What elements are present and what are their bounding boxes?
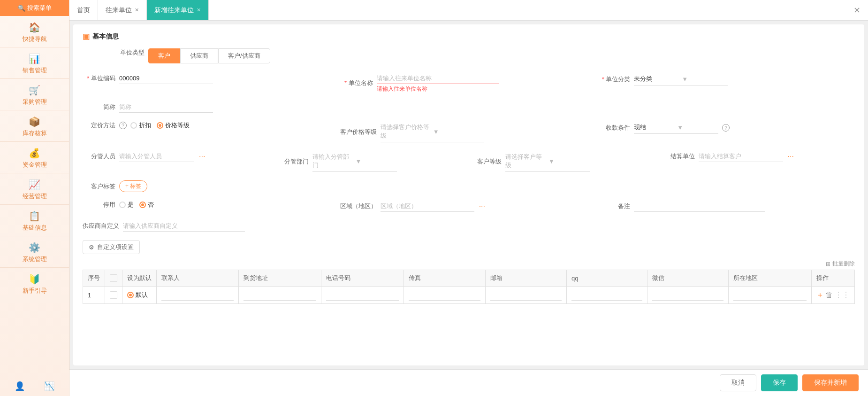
sidebar-item-label: 资金管理 [23,161,47,169]
manager-more-btn[interactable]: ··· [198,152,206,161]
cell-contact[interactable] [157,287,239,304]
cell-qq[interactable] [567,287,647,304]
drag-handle[interactable]: ⋮⋮ [835,291,850,299]
cell-address[interactable] [238,287,321,304]
section-icon: ▣ [83,32,90,41]
settlement-more-btn[interactable]: ··· [787,152,795,161]
payment-help-icon[interactable]: ? [722,124,730,132]
col-fax: 传真 [404,270,485,287]
col-contact: 联系人 [157,270,239,287]
customer-level-select[interactable]: 请选择客户等级 ▼ [505,151,590,172]
customer-price-select[interactable]: 请选择客户价格等级 ▼ [381,121,484,142]
disabled-no[interactable]: 否 [139,201,154,209]
col-qq: qq [567,270,647,287]
field-unit-category: 单位分类 未分类 ▼ [597,73,855,85]
unit-name-label: 单位名称 [340,79,373,87]
add-tag-button[interactable]: + 标签 [119,180,147,192]
tab-contacts[interactable]: 往来单位 ✕ [98,0,147,20]
row-add-button[interactable]: ＋ [816,291,824,299]
manager-input[interactable] [119,151,194,162]
search-icon: 🔍 [18,5,25,12]
tab-contacts-close[interactable]: ✕ [135,7,139,13]
save-new-button[interactable]: 保存并新增 [802,374,859,391]
purchase-icon: 🛒 [29,85,40,96]
field-unit-code: 单位编码 [83,73,340,84]
pricing-discount-radio[interactable] [130,122,137,129]
notes-input[interactable] [634,201,765,212]
address-input[interactable] [244,289,316,301]
supplier-custom-input[interactable] [123,220,245,232]
disabled-no-radio[interactable] [139,202,146,208]
email-input[interactable] [490,289,562,301]
pricing-discount[interactable]: 折扣 [130,121,151,130]
sidebar-item-purchase[interactable]: 🛒 采购管理 [0,79,69,110]
tab-home[interactable]: 首页 [69,0,98,20]
field-supplier-custom: 供应商自定义 [83,220,298,232]
pricing-level-radio[interactable] [157,122,163,129]
tab-new-contact[interactable]: 新增往来单位 ✕ [147,0,209,20]
row-checkbox[interactable] [110,291,117,299]
disabled-no-label: 否 [148,201,154,209]
cell-email[interactable] [485,287,566,304]
dept-select[interactable]: 请输入分管部门 ▼ [312,151,397,172]
abbr-input[interactable] [119,101,213,113]
pricing-level[interactable]: 价格等级 [157,121,190,130]
area-input[interactable] [381,201,474,212]
area-more-btn[interactable]: ··· [478,202,486,210]
dept-placeholder: 请输入分管部门 [312,153,354,170]
disabled-label: 停用 [83,201,115,209]
region-input[interactable] [733,289,806,301]
fax-input[interactable] [409,289,480,301]
field-manager: 分管人员 ··· [83,151,276,162]
chevron-down-icon2: ▼ [433,128,484,135]
search-menu[interactable]: 🔍 搜索菜单 [0,0,69,16]
pricing-help-icon[interactable]: ? [119,122,127,129]
pricing-level-label: 价格等级 [165,121,190,130]
col-address: 到货地址 [238,270,321,287]
col-region: 所在地区 [729,270,811,287]
cell-checkbox [105,287,122,304]
wechat-input[interactable] [652,289,723,301]
disabled-yes[interactable]: 是 [119,201,134,209]
cancel-button[interactable]: 取消 [720,374,756,391]
row-pricing: 定价方法 ? 折扣 价格等级 客户价格等级 请选择客户价格等级 [83,121,855,142]
save-button[interactable]: 保存 [761,374,798,391]
sidebar-item-guide[interactable]: 🔰 新手引导 [0,268,69,299]
chevron-down-icon3: ▼ [677,124,718,131]
window-close-button[interactable]: ✕ [846,5,868,16]
batch-delete-label[interactable]: 批量删除 [832,260,855,268]
unit-category-select[interactable]: 未分类 ▼ [634,73,728,85]
sidebar-item-basics[interactable]: 📋 基础信息 [0,205,69,236]
tab-new-contact-close[interactable]: ✕ [197,7,201,13]
default-radio[interactable] [127,292,134,298]
custom-settings-button[interactable]: ⚙ 自定义项设置 [83,240,140,254]
phone-input[interactable] [326,289,399,301]
sidebar-item-system[interactable]: ⚙️ 系统管理 [0,236,69,268]
row-disabled-area: 停用 是 否 区域（地区） ··· 备注 [83,201,855,212]
sidebar-item-operations[interactable]: 📈 经营管理 [0,173,69,205]
user-icon[interactable]: 👤 [15,381,25,391]
disabled-yes-radio[interactable] [119,202,126,208]
settlement-input[interactable] [699,151,783,162]
unit-type-customer[interactable]: 客户 [148,48,180,63]
sidebar-item-finance[interactable]: 💰 资金管理 [0,142,69,173]
sidebar-item-inventory[interactable]: 📦 库存核算 [0,110,69,142]
cell-wechat[interactable] [647,287,729,304]
sidebar-item-quick-nav[interactable]: 🏠 快捷导航 [0,16,69,47]
unit-name-input[interactable] [377,73,499,84]
payment-select[interactable]: 现结 ▼ [634,121,718,134]
select-all-checkbox[interactable] [110,274,117,282]
cell-phone[interactable] [321,287,404,304]
stats-icon[interactable]: 📉 [44,381,54,391]
qq-input[interactable] [571,289,642,301]
unit-code-input[interactable] [119,73,213,84]
contact-input[interactable] [161,289,234,301]
row-delete-button[interactable]: 🗑 [825,291,833,299]
unit-type-supplier[interactable]: 供应商 [180,48,218,63]
cell-no: 1 [83,287,105,304]
cell-fax[interactable] [404,287,485,304]
col-phone: 电话号码 [321,270,404,287]
cell-region[interactable] [729,287,811,304]
unit-type-both[interactable]: 客户/供应商 [218,48,270,63]
sidebar-item-sales[interactable]: 📊 销售管理 [0,47,69,79]
